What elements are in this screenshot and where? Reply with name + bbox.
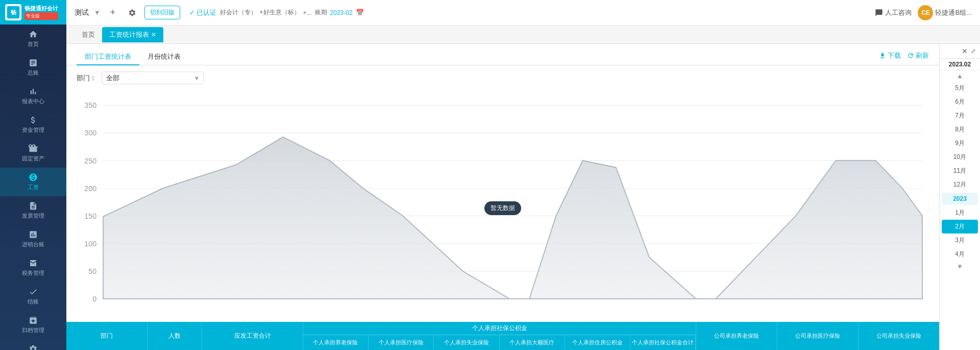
- dept-filter-label: 部门：: [77, 74, 96, 83]
- th-personal-pension: 个人承担养老保险: [303, 335, 369, 350]
- content-area: 部门工资统计表 月份统计表 下载 刷新 部: [66, 44, 980, 350]
- month-nov-2022[interactable]: 11月: [940, 164, 980, 178]
- svg-text:200: 200: [84, 184, 96, 192]
- sidebar-logo: 畅 畅捷通好会计 专业版: [0, 0, 66, 25]
- sidebar-item-tax[interactable]: 税务管理: [0, 253, 66, 282]
- topbar-tags: ✓ 已认证 好会计（专） +好生意（标） +... 账期 2023-02 📅: [189, 8, 364, 17]
- chart-area: 350 300 250 200 150 100 50 0: [66, 90, 939, 322]
- th-personal-housing: 个人承担住房公积金: [565, 335, 630, 350]
- dept-filter-wrapper: 全部 财务部 销售部 技术部 行政部 ▼: [102, 72, 204, 84]
- dept-filter-select[interactable]: 全部 财务部 销售部 技术部 行政部: [102, 72, 204, 84]
- month-dec-2022[interactable]: 12月: [940, 178, 980, 192]
- scroll-up-button[interactable]: ▲: [940, 71, 980, 81]
- topbar-right: 人工咨询 CE 轻捷通B组...: [875, 5, 972, 20]
- sub-tab-dept[interactable]: 部门工资统计表: [77, 49, 139, 65]
- refresh-button[interactable]: 刷新: [907, 51, 929, 60]
- th-personal-insurance-group: 个人承担社保公积金 个人承担养老保险 个人承担医疗保险 个人承担失业保险 个人承…: [303, 322, 696, 350]
- month-may-2022[interactable]: 5月: [940, 81, 980, 95]
- sub-tab-monthly[interactable]: 月份统计表: [139, 49, 189, 65]
- date-selector: 2023.02 ▲ 5月 6月 7月 8月 9月 10月 11月 12月 202…: [940, 59, 980, 350]
- th-dept: 部门: [66, 322, 148, 350]
- right-panel: ✕ ⤢ 2023.02 ▲ 5月 6月 7月 8月 9月 10月 11月 12月: [939, 44, 980, 350]
- th-personal-critical: 个人承担大额医疗: [500, 335, 565, 350]
- sidebar-item-checkout[interactable]: 结账: [0, 282, 66, 311]
- sub-tabbar: 部门工资统计表 月份统计表 下载 刷新: [66, 44, 939, 65]
- svg-text:0: 0: [92, 295, 96, 303]
- user-menu-button[interactable]: CE 轻捷通B组...: [918, 5, 972, 20]
- year-2023-label: 2023: [942, 193, 978, 205]
- th-company-pension: 公司承担养老保险: [696, 322, 777, 350]
- month-jan-2023[interactable]: 1月: [940, 206, 980, 220]
- sidebar-item-reports[interactable]: 报表中心: [0, 82, 66, 110]
- th-personal-unemployment: 个人承担失业保险: [434, 335, 499, 350]
- month-mar-2023[interactable]: 3月: [940, 234, 980, 247]
- add-button[interactable]: +: [106, 6, 120, 20]
- scroll-down-button[interactable]: ▼: [940, 261, 980, 272]
- right-panel-close-button[interactable]: ✕: [962, 47, 968, 55]
- svg-text:350: 350: [84, 101, 96, 109]
- sidebar-item-home[interactable]: 首页: [0, 25, 66, 53]
- customer-service-button[interactable]: 人工咨询: [875, 8, 912, 17]
- right-panel-header: ✕ ⤢: [940, 44, 980, 59]
- period-label: 账期: [315, 8, 327, 17]
- sidebar-item-assets[interactable]: 固定资产: [0, 139, 66, 168]
- sidebar-item-salary[interactable]: 工资: [0, 168, 66, 196]
- month-jun-2022[interactable]: 6月: [940, 95, 980, 109]
- salary-chart: 350 300 250 200 150 100 50 0: [77, 96, 929, 317]
- tabbar: 首页 工资统计报表 ✕: [66, 26, 980, 44]
- svg-text:250: 250: [84, 156, 96, 165]
- calendar-icon[interactable]: 📅: [356, 9, 364, 16]
- sidebar-item-sales[interactable]: 进销台账: [0, 225, 66, 253]
- th-total-salary: 应发工资合计: [202, 322, 303, 350]
- month-feb-2023[interactable]: 2月: [942, 220, 978, 234]
- right-panel-expand-button[interactable]: ⤢: [971, 48, 976, 55]
- main-panel: 部门工资统计表 月份统计表 下载 刷新 部: [66, 44, 939, 350]
- avatar: CE: [918, 5, 933, 20]
- logo-text: 畅捷通好会计 专业版: [24, 5, 58, 20]
- svg-text:100: 100: [84, 240, 96, 248]
- sidebar: 畅 畅捷通好会计 专业版 首页 总账 报表中心 资金管理 固定资产 工资 发票管…: [0, 0, 66, 350]
- tab-home[interactable]: 首页: [75, 27, 102, 42]
- month-jul-2022[interactable]: 7月: [940, 109, 980, 123]
- main-content: 测试 ▼ + 切到旧版 ✓ 已认证 好会计（专） +好生意（标） +... 账期…: [66, 0, 980, 350]
- month-oct-2022[interactable]: 10月: [940, 150, 980, 164]
- sidebar-item-invoice[interactable]: 发票管理: [0, 196, 66, 225]
- th-company-medical: 公司承担医疗保险: [777, 322, 859, 350]
- settings-button[interactable]: [125, 6, 139, 20]
- sub-tab-actions: 下载 刷新: [879, 51, 929, 63]
- svg-text:50: 50: [88, 267, 96, 275]
- period-value: 2023-02: [330, 9, 353, 16]
- topbar-dropdown-arrow[interactable]: ▼: [94, 9, 101, 16]
- filter-row: 部门： 全部 财务部 销售部 技术部 行政部 ▼: [66, 65, 939, 90]
- th-personal-medical: 个人承担医疗保险: [369, 335, 434, 350]
- svg-text:300: 300: [84, 129, 96, 137]
- more-tag: +...: [303, 9, 312, 16]
- th-personal-total: 个人承担社保公积金合计: [630, 335, 696, 350]
- current-date-display: 2023.02: [940, 59, 980, 71]
- th-people: 人数: [148, 322, 203, 350]
- tab-close-icon[interactable]: ✕: [151, 31, 156, 38]
- download-button[interactable]: 下载: [879, 51, 901, 60]
- th-company-unemployment: 公司承担失业保险: [859, 322, 939, 350]
- sidebar-item-funds[interactable]: 资金管理: [0, 110, 66, 139]
- tab-salary-report[interactable]: 工资统计报表 ✕: [102, 27, 163, 42]
- month-apr-2023[interactable]: 4月: [940, 247, 980, 261]
- month-sep-2022[interactable]: 9月: [940, 136, 980, 150]
- certified-tag: ✓ 已认证: [189, 8, 217, 17]
- account-type-tag: 好会计（专）: [220, 8, 257, 17]
- bottom-table-header: 部门 人数 应发工资合计 个人承担社保公积金 个人承担养老保险 个人承担医疗保险: [66, 322, 939, 350]
- month-aug-2022[interactable]: 8月: [940, 123, 980, 136]
- svg-text:150: 150: [84, 212, 96, 220]
- logo-icon: 畅: [5, 4, 21, 20]
- svg-text:畅: 畅: [11, 9, 16, 15]
- sidebar-item-settings[interactable]: 设置: [0, 339, 66, 350]
- topbar: 测试 ▼ + 切到旧版 ✓ 已认证 好会计（专） +好生意（标） +... 账期…: [66, 0, 980, 26]
- topbar-title: 测试: [75, 8, 89, 17]
- switch-old-version-button[interactable]: 切到旧版: [144, 6, 180, 19]
- sidebar-item-ledger[interactable]: 总账: [0, 53, 66, 82]
- sidebar-item-archive[interactable]: 归档管理: [0, 311, 66, 339]
- biz-tag: +好生意（标）: [260, 8, 300, 17]
